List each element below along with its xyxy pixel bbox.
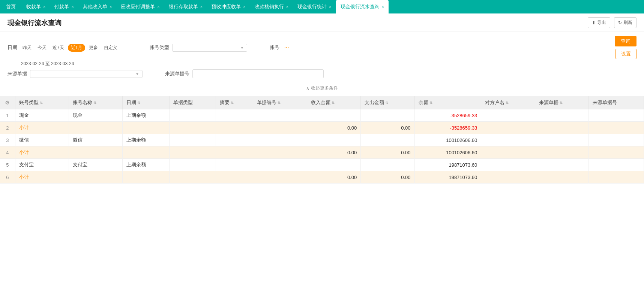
col-gear[interactable]: ⚙ bbox=[0, 96, 15, 109]
table-header: ⚙ 账号类型 ⇅ 账号名称 ⇅ bbox=[0, 96, 644, 109]
table-cell bbox=[123, 122, 170, 134]
col-doc-type[interactable]: 单据类型 bbox=[169, 96, 216, 109]
nav-tab-other-income[interactable]: 其他收入单 × bbox=[78, 0, 116, 13]
nav-tab-cash-bank-stats[interactable]: 现金银行统计 × bbox=[293, 0, 336, 13]
date-btn-1month[interactable]: 近1月 bbox=[68, 44, 86, 52]
col-account-type[interactable]: 账号类型 ⇅ bbox=[15, 96, 69, 109]
sort-icon-doc-no: ⇅ bbox=[278, 101, 281, 105]
close-tab-receipt-verify[interactable]: × bbox=[286, 4, 288, 9]
date-btn-custom[interactable]: 自定义 bbox=[102, 44, 120, 52]
sort-icon-balance: ⇅ bbox=[429, 101, 432, 105]
date-range-display: 2023-02-24 至 2023-03-24 bbox=[8, 61, 636, 67]
table-cell: 微信 bbox=[69, 134, 122, 146]
table-cell bbox=[361, 159, 414, 171]
table-row: 4小计0.000.00100102606.60 bbox=[0, 146, 644, 159]
close-tab-payment[interactable]: × bbox=[71, 4, 74, 9]
table-cell bbox=[589, 159, 644, 171]
nav-tab-cash-bank-flow[interactable]: 现金银行流水查询 × bbox=[336, 0, 389, 13]
close-tab-bank-deposit[interactable]: × bbox=[200, 4, 203, 9]
nav-home[interactable]: 首页 bbox=[0, 0, 22, 13]
table-cell bbox=[535, 159, 588, 171]
date-btn-more[interactable]: 更多 bbox=[87, 44, 100, 52]
table-cell bbox=[361, 109, 414, 122]
table-cell bbox=[253, 159, 307, 171]
account-dots-button[interactable]: ··· bbox=[282, 44, 290, 51]
table-cell bbox=[169, 171, 216, 184]
table-cell: 19871073.60 bbox=[414, 159, 481, 171]
table-cell: 6 bbox=[0, 171, 15, 184]
table-cell bbox=[481, 109, 535, 122]
table-cell bbox=[481, 159, 535, 171]
table-cell: 现金 bbox=[15, 109, 69, 122]
col-date[interactable]: 日期 ⇅ bbox=[123, 96, 170, 109]
top-nav: 首页 收款单 × 付款单 × 其他收入单 × 应收应付调整单 × 银行存取款单 … bbox=[0, 0, 644, 13]
table-cell bbox=[589, 171, 644, 184]
nav-tab-ar-ap-adjust[interactable]: 应收应付调整单 × bbox=[116, 0, 164, 13]
table-row: 6小计0.000.0019871073.60 bbox=[0, 171, 644, 184]
table-cell bbox=[253, 146, 307, 159]
close-tab-cash-bank-flow[interactable]: × bbox=[382, 4, 384, 9]
nav-tab-bank-deposit[interactable]: 银行存取款单 × bbox=[164, 0, 207, 13]
sort-icon-summary: ⇅ bbox=[231, 101, 234, 105]
table-cell bbox=[253, 171, 307, 184]
nav-tab-prepay-offset[interactable]: 预收冲应收单 × bbox=[207, 0, 250, 13]
account-filter-group: 账号 ··· bbox=[270, 44, 290, 51]
close-tab-cash-bank-stats[interactable]: × bbox=[329, 4, 331, 9]
close-tab-prepay-offset[interactable]: × bbox=[243, 4, 245, 9]
page-title: 现金银行流水查询 bbox=[8, 18, 62, 27]
table-cell bbox=[481, 122, 535, 134]
table-cell bbox=[361, 134, 414, 146]
table-cell bbox=[253, 134, 307, 146]
table-cell bbox=[535, 122, 588, 134]
table-cell: 支付宝 bbox=[69, 159, 122, 171]
col-account-name[interactable]: 账号名称 ⇅ bbox=[69, 96, 122, 109]
settings-button[interactable]: 设置 bbox=[615, 49, 636, 59]
source-doc-no-input[interactable] bbox=[192, 69, 324, 78]
sort-icon-account-type: ⇅ bbox=[40, 101, 43, 105]
table-body: 1现金现金上期余额-3528659.332小计0.000.00-3528659.… bbox=[0, 109, 644, 184]
table-cell: 0.00 bbox=[307, 146, 360, 159]
account-type-filter-group: 账号类型 ▼ bbox=[150, 44, 247, 52]
close-tab-other-income[interactable]: × bbox=[110, 4, 112, 9]
table-cell bbox=[307, 134, 360, 146]
collapse-bar[interactable]: ∧ 收起更多条件 bbox=[8, 82, 636, 94]
right-action-buttons: 查询 设置 bbox=[615, 36, 636, 59]
date-btn-yesterday[interactable]: 昨天 bbox=[20, 44, 34, 52]
table-wrap: ⚙ 账号类型 ⇅ 账号名称 ⇅ bbox=[0, 96, 644, 184]
col-summary[interactable]: 摘要 ⇅ bbox=[216, 96, 253, 109]
col-source-doc[interactable]: 来源单据 ⇅ bbox=[535, 96, 588, 109]
table-cell: 100102606.60 bbox=[414, 146, 481, 159]
table-cell bbox=[589, 109, 644, 122]
sort-icon-counterpart: ⇅ bbox=[506, 101, 509, 105]
source-doc-filter-group: 来源单据 ▼ bbox=[8, 70, 143, 78]
col-counterpart[interactable]: 对方户名 ⇅ bbox=[481, 96, 535, 109]
col-expense[interactable]: 支出金额 ⇅ bbox=[361, 96, 414, 109]
col-balance[interactable]: 余额 ⇅ bbox=[414, 96, 481, 109]
col-source-doc-no[interactable]: 来源单据号 bbox=[589, 96, 644, 109]
source-doc-select[interactable]: ▼ bbox=[30, 70, 143, 78]
date-filter-group: 日期 昨天 今天 近7天 近1月 更多 自定义 bbox=[8, 44, 120, 52]
col-income[interactable]: 收入金额 ⇅ bbox=[307, 96, 360, 109]
nav-tab-receipt[interactable]: 收款单 × bbox=[22, 0, 50, 13]
table-cell bbox=[216, 122, 253, 134]
date-btn-today[interactable]: 今天 bbox=[35, 44, 49, 52]
table-cell: 0.00 bbox=[361, 122, 414, 134]
page-wrap: 现金银行流水查询 ⬆ 导出 ↻ 刷新 日期 昨天 今天 近7天 近1月 bbox=[0, 13, 644, 294]
date-range-text: 2023-02-24 至 2023-03-24 bbox=[21, 61, 74, 66]
account-type-select[interactable]: ▼ bbox=[172, 44, 247, 52]
close-tab-receipt[interactable]: × bbox=[43, 4, 45, 9]
nav-tab-receipt-verify[interactable]: 收款核销执行 × bbox=[250, 0, 293, 13]
table-cell bbox=[123, 146, 170, 159]
table-cell: -3528659.33 bbox=[414, 122, 481, 134]
export-button[interactable]: ⬆ 导出 bbox=[588, 17, 610, 28]
nav-tab-payment[interactable]: 付款单 × bbox=[50, 0, 78, 13]
table-cell bbox=[216, 146, 253, 159]
col-doc-no[interactable]: 单据编号 ⇅ bbox=[253, 96, 307, 109]
table-cell: 上期余额 bbox=[123, 109, 170, 122]
main-table: ⚙ 账号类型 ⇅ 账号名称 ⇅ bbox=[0, 96, 644, 184]
query-button[interactable]: 查询 bbox=[615, 36, 636, 46]
date-btn-7days[interactable]: 近7天 bbox=[50, 44, 66, 52]
close-tab-ar-ap-adjust[interactable]: × bbox=[157, 4, 159, 9]
table-cell: 19871073.60 bbox=[414, 171, 481, 184]
refresh-button[interactable]: ↻ 刷新 bbox=[614, 17, 636, 28]
